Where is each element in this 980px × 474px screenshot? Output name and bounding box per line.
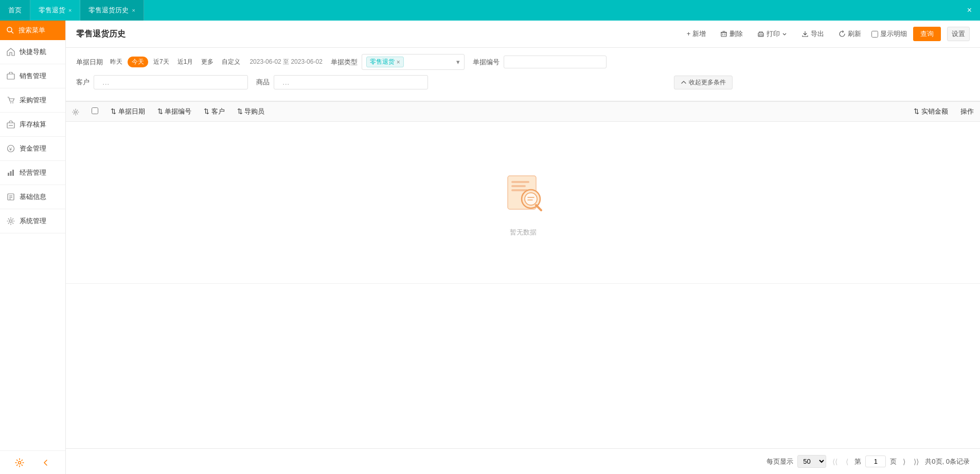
tab-home[interactable]: 首页: [0, 0, 30, 21]
refresh-label: 刷新: [848, 29, 861, 39]
type-tag: 零售退货 ×: [366, 57, 404, 67]
col-customer[interactable]: ⇅ 客户: [198, 102, 231, 122]
sidebar-search[interactable]: 搜索菜单: [0, 21, 65, 40]
collapse-icon: [681, 79, 687, 85]
customer-filter: 客户 ...: [76, 75, 248, 89]
svg-point-3: [10, 102, 11, 103]
page-unit: 页: [890, 457, 897, 466]
main-layout: 搜索菜单 快捷导航 销售管理 采购管理 库存核算: [0, 21, 980, 474]
svg-rect-2: [7, 74, 14, 79]
page-title: 零售退货历史: [76, 29, 126, 46]
sidebar-settings-btn[interactable]: [15, 457, 24, 468]
sidebar-bottom: [0, 450, 65, 474]
type-filter-label: 单据类型: [331, 58, 358, 67]
delete-icon: [720, 30, 727, 38]
page-header: 零售退货历史 + 新增 删除 打印 导出: [66, 21, 980, 48]
customer-select[interactable]: ...: [94, 75, 248, 89]
sidebar-item-inventory[interactable]: 库存核算: [0, 113, 65, 137]
col-checkbox[interactable]: [85, 102, 104, 122]
goods-select[interactable]: ...: [274, 75, 428, 89]
first-page-btn[interactable]: ⟨⟨: [830, 457, 840, 467]
show-detail-checkbox[interactable]: 显示明细: [871, 29, 907, 39]
col-guide[interactable]: ⇅ 导购员: [231, 102, 271, 122]
export-label: 导出: [811, 29, 824, 39]
col-settings[interactable]: [66, 102, 85, 122]
tab-retail-return-close[interactable]: ×: [68, 7, 72, 13]
sidebar-item-business[interactable]: 经营管理: [0, 161, 65, 185]
prev-page-btn[interactable]: ⟨: [844, 457, 850, 467]
sidebar-item-finance[interactable]: ¥ 资金管理: [0, 137, 65, 161]
tab-retail-return-history[interactable]: 零售退货历史 ×: [80, 0, 144, 21]
svg-line-31: [536, 205, 541, 210]
sidebar-item-purchase-mgmt[interactable]: 采购管理: [0, 88, 65, 113]
svg-point-30: [525, 193, 537, 205]
svg-line-1: [11, 31, 13, 33]
filter-bar: 单据日期 昨天 今天 近7天 近1月 更多 自定义 2023-06-02 至 2…: [66, 48, 980, 101]
date-1month-btn[interactable]: 近1月: [174, 57, 197, 67]
sidebar-item-quick-nav[interactable]: 快捷导航: [0, 40, 65, 64]
col-number-label: ⇅ 单据编号: [157, 107, 192, 115]
customer-filter-label: 客户: [76, 78, 90, 87]
date-range-display: 2023-06-02 至 2023-06-02: [250, 58, 322, 66]
date-custom-btn[interactable]: 自定义: [219, 57, 243, 67]
date-shortcuts: 昨天 今天 近7天 近1月 更多 自定义: [107, 57, 243, 67]
tab-retail-return[interactable]: 零售退货 ×: [30, 0, 80, 21]
query-button[interactable]: 查询: [913, 27, 941, 41]
date-7days-btn[interactable]: 近7天: [150, 57, 172, 67]
sidebar-collapse-btn[interactable]: [41, 457, 50, 468]
show-detail-input[interactable]: [871, 31, 878, 38]
type-tag-remove[interactable]: ×: [397, 59, 400, 66]
refresh-button[interactable]: 刷新: [834, 27, 865, 41]
col-date[interactable]: ⇅ 单据日期: [104, 102, 151, 122]
collapse-btn[interactable]: 收起更多条件: [674, 76, 733, 89]
last-page-btn[interactable]: ⟩⟩: [912, 457, 921, 467]
content-area: 零售退货历史 + 新增 删除 打印 导出: [66, 21, 980, 474]
purchase-icon: [6, 96, 15, 105]
sidebar-item-label: 资金管理: [20, 144, 46, 153]
add-button[interactable]: + 新增: [683, 27, 710, 41]
sidebar-item-sales-mgmt[interactable]: 销售管理: [0, 64, 65, 88]
tab-retail-return-history-close[interactable]: ×: [132, 7, 135, 13]
col-amount[interactable]: ⇅ 实销金额: [907, 102, 954, 122]
sidebar-search-label: 搜索菜单: [19, 26, 45, 35]
settings-button[interactable]: 设置: [947, 27, 970, 41]
sidebar-item-label: 系统管理: [20, 216, 46, 226]
sales-icon: [6, 71, 15, 81]
export-button[interactable]: 导出: [797, 27, 828, 41]
date-today-btn[interactable]: 今天: [128, 57, 148, 67]
next-page-btn[interactable]: ⟩: [901, 457, 907, 467]
date-filter: 单据日期 昨天 今天 近7天 近1月 更多 自定义 2023-06-02 至 2…: [76, 57, 323, 67]
svg-rect-10: [10, 171, 12, 176]
delete-label: 删除: [729, 29, 743, 39]
delete-button[interactable]: 删除: [716, 27, 747, 41]
query-label: 查询: [920, 29, 934, 39]
window-close-btn[interactable]: ×: [967, 6, 980, 15]
number-input[interactable]: [504, 56, 607, 68]
col-spacer: [271, 102, 908, 122]
empty-state-cell: 暂无数据: [66, 122, 980, 284]
number-filter-label: 单据编号: [473, 58, 500, 67]
page-input[interactable]: [865, 455, 886, 467]
home-icon: [6, 47, 15, 57]
goods-filter-label: 商品: [256, 78, 270, 87]
svg-point-0: [7, 27, 12, 32]
page-label: 第: [854, 457, 861, 466]
col-number[interactable]: ⇅ 单据编号: [151, 102, 198, 122]
filter-row-2: 客户 ... 商品 ... 收起更多条件: [76, 75, 970, 89]
per-page-select[interactable]: 50 10 20 100: [797, 455, 826, 468]
col-date-label: ⇅ 单据日期: [111, 107, 145, 115]
pagination: 每页显示 50 10 20 100 ⟨⟨ ⟨ 第 页 ⟩ ⟩⟩ 共0页, 0条记…: [66, 448, 980, 474]
type-select[interactable]: 零售退货 × ▾: [362, 54, 465, 70]
svg-rect-27: [511, 185, 526, 187]
table-area: ⇅ 单据日期 ⇅ 单据编号 ⇅ 客户 ⇅ 导购员 ⇅: [66, 101, 980, 448]
print-button[interactable]: 打印: [753, 27, 791, 41]
sidebar-item-basic-info[interactable]: 基础信息: [0, 185, 65, 209]
col-guide-label: ⇅ 导购员: [237, 107, 265, 115]
select-all-checkbox[interactable]: [92, 107, 98, 114]
top-bar: 首页 零售退货 × 零售退货历史 × ×: [0, 0, 980, 21]
date-yesterday-btn[interactable]: 昨天: [107, 57, 126, 67]
date-more-btn[interactable]: 更多: [198, 57, 217, 67]
sidebar-item-system[interactable]: 系统管理: [0, 209, 65, 233]
sidebar-item-label: 库存核算: [20, 120, 46, 129]
svg-rect-23: [759, 34, 762, 36]
